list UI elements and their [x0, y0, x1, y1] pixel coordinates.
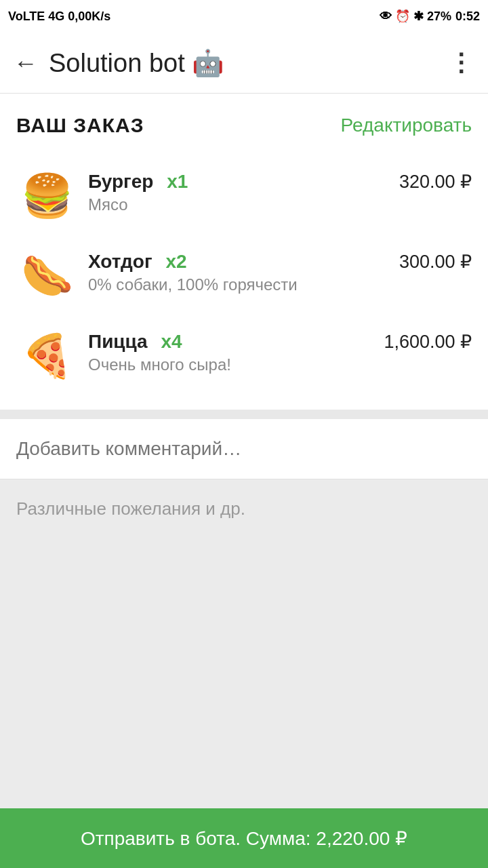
hotdog-price: 300.00 ₽	[391, 245, 472, 273]
order-item-hotdog: 🌭 Хотдог x2 0% собаки, 100% горячести 30…	[16, 236, 472, 316]
hotdog-info: Хотдог x2 0% собаки, 100% горячести	[77, 245, 391, 300]
edit-order-button[interactable]: Редактировать	[341, 115, 472, 136]
burger-desc: Мясо	[88, 195, 391, 214]
status-right: 👁 ⏰ ✱ 27% 0:52	[380, 9, 480, 24]
pizza-info: Пицца x4 Очень много сыра!	[77, 326, 375, 380]
comment-input[interactable]	[16, 438, 472, 460]
status-bar: VoLTE 4G 0,00K/s 👁 ⏰ ✱ 27% 0:52	[0, 0, 488, 33]
back-button[interactable]: ←	[14, 49, 38, 77]
status-carrier: VoLTE 4G 0,00K/s	[8, 9, 110, 24]
burger-price: 320.00 ₽	[391, 165, 472, 193]
order-section-title: ВАШ ЗАКАЗ	[16, 114, 144, 137]
hotdog-desc: 0% собаки, 100% горячести	[88, 275, 391, 294]
pizza-price: 1,600.00 ₽	[375, 326, 472, 353]
main-content: ВАШ ЗАКАЗ Редактировать 🍔 Бургер x1 Мясо…	[0, 94, 488, 808]
order-item-pizza: 🍕 Пицца x4 Очень много сыра! 1,600.00 ₽	[16, 316, 472, 396]
burger-icon: 🍔	[16, 165, 77, 226]
comment-wrapper	[0, 419, 488, 479]
status-icons: 👁 ⏰ ✱ 27%	[380, 9, 451, 24]
more-options-button[interactable]: ⋮	[449, 49, 474, 77]
hotdog-name: Хотдог x2	[88, 251, 391, 273]
pizza-desc: Очень много сыра!	[88, 355, 375, 374]
status-left: VoLTE 4G 0,00K/s	[8, 9, 110, 24]
pizza-icon: 🍕	[16, 326, 77, 387]
pizza-name: Пицца x4	[88, 331, 375, 353]
order-section: ВАШ ЗАКАЗ Редактировать 🍔 Бургер x1 Мясо…	[0, 94, 488, 410]
hint-area: Различные пожелания и др.	[0, 479, 488, 808]
burger-name: Бургер x1	[88, 171, 391, 193]
section-divider	[0, 410, 488, 419]
status-time: 0:52	[455, 9, 480, 24]
hint-text: Различные пожелания и др.	[16, 498, 245, 519]
page-title: Solution bot 🤖	[49, 48, 438, 78]
submit-button[interactable]: Отправить в бота. Сумма: 2,220.00 ₽	[0, 808, 488, 868]
submit-label: Отправить в бота. Сумма: 2,220.00 ₽	[81, 827, 407, 850]
burger-info: Бургер x1 Мясо	[77, 165, 391, 220]
order-header: ВАШ ЗАКАЗ Редактировать	[16, 114, 472, 137]
app-bar: ← Solution bot 🤖 ⋮	[0, 33, 488, 94]
hotdog-icon: 🌭	[16, 245, 77, 307]
order-item-burger: 🍔 Бургер x1 Мясо 320.00 ₽	[16, 156, 472, 236]
